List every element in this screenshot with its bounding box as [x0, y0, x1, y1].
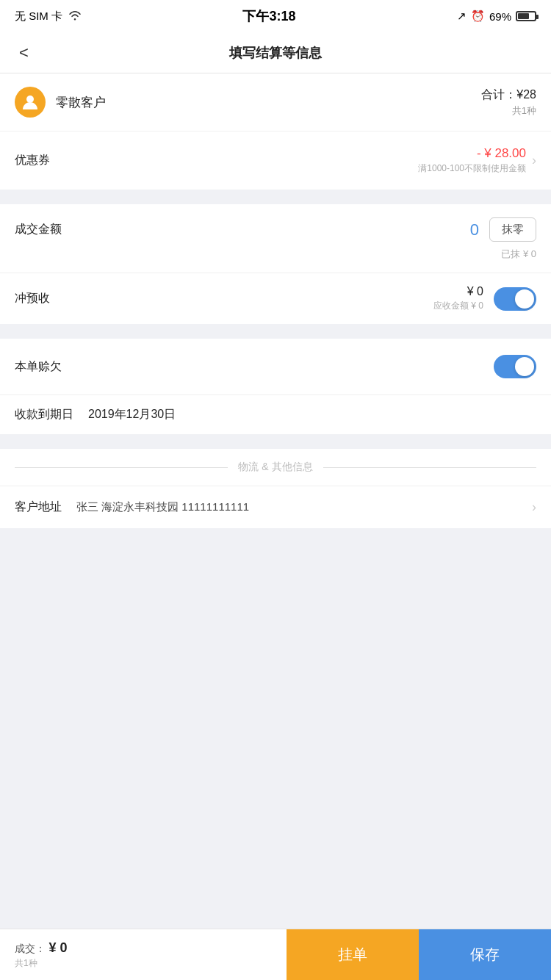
total-amount: 合计：¥28	[481, 87, 536, 103]
due-date-label: 收款到期日	[15, 407, 73, 422]
amount-row: 成交金额 0 抹零	[0, 204, 551, 248]
due-date-row: 收款到期日 2019年12月30日	[0, 394, 551, 434]
prepay-info: ¥ 0 应收金额 ¥ 0	[433, 285, 483, 312]
customer-name: 零散客户	[56, 94, 106, 111]
prepay-right: ¥ 0 应收金额 ¥ 0	[433, 285, 536, 312]
address-label: 客户地址	[15, 500, 62, 515]
coupon-chevron-icon: ›	[532, 153, 536, 168]
wifi-icon	[68, 10, 82, 23]
footer-transaction-label: 成交：	[15, 943, 46, 954]
logistics-section: 物流 & 其他信息 客户地址 张三 海淀永丰科技园 11111111111 ›	[0, 449, 551, 528]
debt-row: 本单赊欠	[0, 339, 551, 394]
divider-line-left	[15, 467, 228, 468]
battery-percent: 69%	[489, 10, 511, 23]
amount-value: 0	[470, 220, 479, 239]
divider-line-right	[323, 467, 536, 468]
prepay-toggle[interactable]	[494, 287, 536, 311]
hang-order-button[interactable]: 挂单	[287, 929, 419, 980]
content-area: 零散客户 合计：¥28 共1种 优惠券 - ¥ 28.00 满1000-100不…	[0, 73, 551, 682]
alarm-icon: ⏰	[471, 10, 485, 23]
total-count: 共1种	[481, 104, 536, 118]
address-chevron-icon: ›	[532, 500, 536, 515]
status-left: 无 SIM 卡	[15, 10, 82, 24]
save-button[interactable]: 保存	[419, 929, 551, 980]
address-value: 张三 海淀永丰科技园 11111111111	[76, 500, 532, 514]
carrier-text: 无 SIM 卡	[15, 10, 62, 24]
debt-toggle[interactable]	[494, 355, 536, 378]
coupon-label: 优惠券	[15, 153, 50, 168]
footer-transaction-row: 成交： ¥ 0	[15, 940, 272, 956]
footer: 成交： ¥ 0 共1种 挂单 保存	[0, 929, 551, 980]
amount-sub-text: 已抹 ¥ 0	[0, 248, 551, 273]
prepay-label: 冲预收	[15, 291, 50, 306]
avatar	[15, 87, 46, 118]
section-divider-2	[0, 331, 551, 339]
status-right: ↗ ⏰ 69%	[457, 10, 536, 23]
page-title: 填写结算等信息	[229, 44, 322, 62]
logistics-divider: 物流 & 其他信息	[15, 461, 536, 474]
logistics-header: 物流 & 其他信息	[0, 449, 551, 486]
back-button[interactable]: <	[13, 37, 35, 68]
coupon-right: - ¥ 28.00 满1000-100不限制使用金额 ›	[418, 146, 536, 175]
footer-buttons: 挂单 保存	[287, 929, 551, 980]
section-divider-1	[0, 197, 551, 204]
footer-transaction-amount: ¥ 0	[48, 940, 67, 955]
due-date-value: 2019年12月30日	[88, 407, 176, 422]
prepay-amount: ¥ 0	[433, 285, 483, 298]
customer-right: 合计：¥28 共1种	[481, 87, 536, 118]
status-bar: 无 SIM 卡 下午3:18 ↗ ⏰ 69%	[0, 0, 551, 32]
svg-point-0	[26, 96, 34, 103]
bottom-spacer	[0, 536, 551, 682]
nav-bar: < 填写结算等信息	[0, 32, 551, 73]
coupon-info: - ¥ 28.00 满1000-100不限制使用金额	[418, 146, 526, 175]
prepay-sub: 应收金额 ¥ 0	[433, 300, 483, 312]
status-time: 下午3:18	[242, 7, 295, 25]
location-icon: ↗	[457, 10, 467, 23]
amount-right: 0 抹零	[470, 217, 536, 242]
footer-count: 共1种	[15, 957, 272, 970]
customer-section: 零散客户 合计：¥28 共1种 优惠券 - ¥ 28.00 满1000-100不…	[0, 73, 551, 190]
amount-label: 成交金额	[15, 222, 62, 237]
coupon-discount: - ¥ 28.00	[418, 146, 526, 161]
prepay-row: 冲预收 ¥ 0 应收金额 ¥ 0	[0, 273, 551, 324]
footer-info: 成交： ¥ 0 共1种	[0, 940, 287, 970]
debt-section: 本单赊欠 收款到期日 2019年12月30日	[0, 339, 551, 434]
debt-toggle-knob	[515, 357, 534, 376]
toggle-knob	[515, 289, 534, 309]
address-row[interactable]: 客户地址 张三 海淀永丰科技园 11111111111 ›	[0, 486, 551, 528]
customer-left: 零散客户	[15, 87, 106, 118]
coupon-row[interactable]: 优惠券 - ¥ 28.00 满1000-100不限制使用金额 ›	[0, 131, 551, 190]
battery-icon	[516, 11, 536, 21]
coupon-description: 满1000-100不限制使用金额	[418, 162, 526, 175]
round-off-button[interactable]: 抹零	[489, 217, 536, 242]
debt-label: 本单赊欠	[15, 359, 62, 375]
customer-row: 零散客户 合计：¥28 共1种	[0, 73, 551, 131]
section-divider-3	[0, 442, 551, 449]
logistics-title: 物流 & 其他信息	[238, 461, 312, 474]
amount-section: 成交金额 0 抹零 已抹 ¥ 0 冲预收 ¥ 0 应收金额 ¥ 0	[0, 204, 551, 324]
